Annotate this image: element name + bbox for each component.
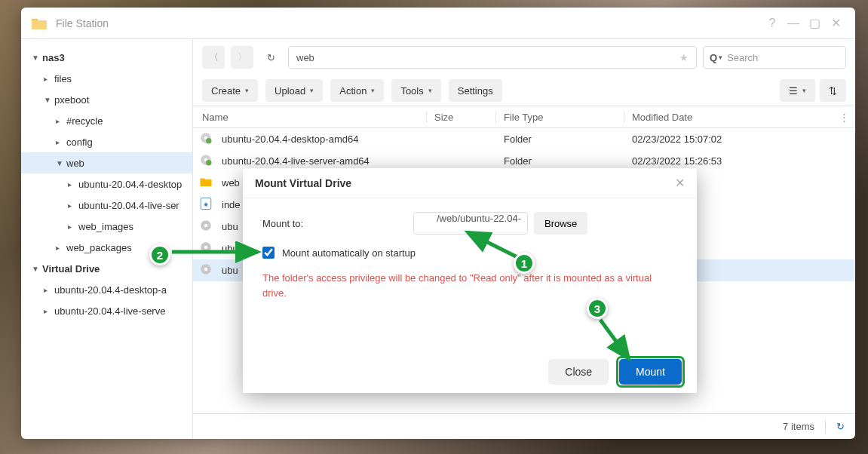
svg-text:◉: ◉ — [204, 201, 208, 207]
tree-web[interactable]: ▼web — [21, 152, 192, 173]
path-input[interactable]: web ★ — [288, 46, 697, 69]
col-modified[interactable]: Modified Date — [624, 112, 833, 123]
tree-label: web_packages — [66, 242, 132, 253]
sidebar: ▼nas3 ▸files ▼pxeboot ▸#recycle ▸config … — [21, 39, 193, 439]
file-icon — [199, 262, 216, 279]
maximize-button[interactable]: ▢ — [804, 13, 825, 34]
auto-mount-label: Mount automatically on startup — [282, 247, 416, 259]
svg-point-9 — [204, 223, 208, 227]
file-icon — [199, 241, 216, 257]
tree-label: #recycle — [66, 115, 103, 127]
forward-button[interactable]: 〉 — [231, 46, 253, 69]
search-input[interactable]: Q▾ Search — [703, 46, 846, 69]
table-row[interactable]: ubuntu-20.04.4-desktop-amd64Folder02/23/… — [193, 128, 855, 150]
dialog-close-button[interactable]: Close — [548, 359, 609, 385]
annotation-marker-3: 3 — [587, 298, 608, 319]
file-icon — [199, 131, 216, 148]
status-refresh-icon[interactable]: ↻ — [836, 421, 845, 432]
back-button[interactable]: 〈 — [202, 46, 225, 69]
tree-label: pxeboot — [54, 94, 89, 106]
file-icon — [199, 153, 216, 170]
tree-files[interactable]: ▸files — [21, 68, 192, 89]
action-toolbar: Create▾ Upload▾ Action▾ Tools▾ Settings … — [193, 75, 855, 106]
app-title: File Station — [56, 17, 762, 29]
item-count: 7 items — [783, 421, 814, 432]
titlebar: File Station ? — ▢ ✕ — [21, 8, 855, 39]
svg-point-5 — [206, 160, 212, 166]
tree-web-sub[interactable]: ▸ubuntu-20.04.4-live-ser — [21, 195, 192, 216]
col-type[interactable]: File Type — [496, 112, 624, 123]
file-name: ubuntu-20.04.4-live-server-amd64 — [222, 155, 427, 167]
file-icon — [199, 175, 216, 192]
mount-to-label: Mount to: — [262, 218, 413, 229]
warning-text: The folder's access privilege will be ch… — [262, 271, 677, 300]
svg-point-13 — [204, 267, 208, 271]
path-text: web — [296, 52, 314, 63]
tree-root[interactable]: ▼nas3 — [21, 47, 192, 68]
nav-toolbar: 〈 〉 ↻ web ★ Q▾ Search — [193, 39, 855, 75]
view-list-button[interactable]: ☰▾ — [780, 79, 815, 102]
dialog-body: Mount to: /web/ubuntu-22.04- Browse Moun… — [243, 198, 697, 351]
tree-pxeboot[interactable]: ▼pxeboot — [21, 89, 192, 110]
tree-web-images[interactable]: ▸web_images — [21, 216, 192, 237]
help-button[interactable]: ? — [762, 13, 783, 34]
auto-mount-check-input[interactable] — [262, 247, 275, 259]
tree-label: web_images — [78, 221, 133, 232]
favorite-icon[interactable]: ★ — [679, 52, 689, 63]
tree-label: ubuntu-20.04.4-live-ser — [78, 200, 179, 211]
annotation-marker-2: 2 — [149, 244, 170, 265]
mount-dialog: Mount Virtual Drive ✕ Mount to: /web/ubu… — [243, 168, 697, 393]
create-button[interactable]: Create▾ — [202, 79, 258, 102]
tree-web-sub[interactable]: ▸ubuntu-20.04.4-desktop — [21, 173, 192, 195]
tree-label: ubuntu-20.04.4-live-serve — [54, 305, 165, 317]
browse-button[interactable]: Browse — [534, 212, 587, 235]
file-modified: 02/23/2022 15:07:02 — [624, 133, 855, 145]
tree-label: web — [66, 158, 84, 169]
app-icon — [30, 14, 48, 32]
tree-config[interactable]: ▸config — [21, 131, 192, 152]
tree-label: ubuntu-20.04.4-desktop — [78, 179, 182, 190]
file-type: Folder — [496, 133, 624, 145]
mount-button-highlight: Mount — [616, 356, 685, 388]
file-icon: ◉ — [199, 197, 216, 213]
sort-button[interactable]: ⇅ — [820, 79, 846, 102]
dialog-footer: Close Mount — [243, 351, 697, 393]
col-size[interactable]: Size — [427, 112, 496, 123]
tree-recycle[interactable]: ▸#recycle — [21, 110, 192, 131]
file-type: Folder — [496, 155, 624, 167]
search-icon: Q — [710, 52, 717, 63]
mount-button[interactable]: Mount — [619, 359, 682, 385]
tree-root-label: nas3 — [42, 52, 65, 63]
tree-label: ubuntu-20.04.4-desktop-a — [54, 284, 167, 296]
upload-button[interactable]: Upload▾ — [265, 79, 323, 102]
tree-label: config — [66, 137, 93, 148]
refresh-button[interactable]: ↻ — [259, 46, 282, 69]
file-name: ubuntu-20.04.4-desktop-amd64 — [222, 133, 427, 145]
tree-label: files — [54, 73, 72, 84]
action-button[interactable]: Action▾ — [330, 79, 384, 102]
close-button[interactable]: ✕ — [825, 13, 846, 34]
tree-label: Virtual Drive — [42, 263, 100, 275]
tree-vd-item[interactable]: ▸ubuntu-20.04.4-live-serve — [21, 300, 192, 321]
svg-point-11 — [204, 245, 208, 249]
minimize-button[interactable]: — — [783, 13, 804, 34]
col-name[interactable]: Name — [193, 112, 427, 123]
statusbar: 7 items ↻ — [193, 413, 855, 439]
annotation-marker-1: 1 — [514, 253, 535, 274]
dialog-close-icon[interactable]: ✕ — [675, 176, 685, 190]
search-dropdown-icon[interactable]: ▾ — [719, 54, 722, 61]
auto-mount-checkbox[interactable]: Mount automatically on startup — [262, 247, 677, 259]
table-header: Name Size File Type Modified Date ⋮ — [193, 106, 855, 128]
mount-to-input[interactable]: /web/ubuntu-22.04- — [413, 212, 528, 235]
file-modified: 02/23/2022 15:26:53 — [624, 155, 855, 167]
dialog-title: Mount Virtual Drive — [255, 177, 675, 189]
tree-vd-item[interactable]: ▸ubuntu-20.04.4-desktop-a — [21, 279, 192, 300]
col-more-icon[interactable]: ⋮ — [833, 112, 855, 123]
dialog-header: Mount Virtual Drive ✕ — [243, 168, 697, 198]
search-placeholder: Search — [727, 52, 758, 63]
svg-point-2 — [206, 138, 212, 144]
file-icon — [199, 219, 216, 235]
tools-button[interactable]: Tools▾ — [391, 79, 440, 102]
settings-button[interactable]: Settings — [449, 79, 502, 102]
